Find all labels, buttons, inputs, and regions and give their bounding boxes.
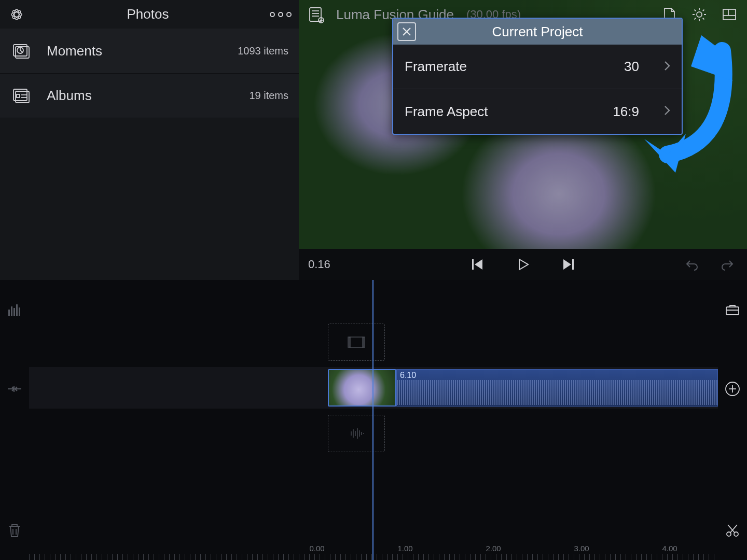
audio-placeholder-icon bbox=[328, 415, 385, 452]
moments-icon bbox=[10, 40, 32, 62]
svg-rect-25 bbox=[472, 259, 474, 270]
svg-point-37 bbox=[734, 532, 738, 536]
video-placeholder-icon bbox=[328, 324, 385, 361]
skip-forward-icon[interactable] bbox=[560, 256, 577, 273]
add-clip-icon[interactable] bbox=[722, 380, 743, 397]
video-clip[interactable] bbox=[328, 369, 396, 407]
svg-rect-30 bbox=[16, 304, 18, 316]
svg-rect-31 bbox=[19, 307, 20, 316]
svg-rect-22 bbox=[723, 9, 736, 20]
photos-app-icon[interactable] bbox=[7, 5, 26, 24]
video-track-empty[interactable] bbox=[29, 321, 718, 363]
svg-rect-28 bbox=[11, 306, 12, 316]
timeline-body[interactable]: 6.10 0.00 1.00 2.00 3.00 4.00 bbox=[29, 280, 718, 560]
sidebar-item-count: 19 items bbox=[249, 90, 288, 102]
redo-icon[interactable] bbox=[717, 254, 738, 275]
current-project-modal: Current Project Framerate 30 Frame Aspec… bbox=[392, 18, 683, 135]
undo-icon[interactable] bbox=[682, 254, 702, 275]
svg-line-8 bbox=[20, 50, 22, 52]
audio-clip[interactable]: 6.10 bbox=[396, 369, 718, 407]
modal-row-value: 30 bbox=[624, 59, 639, 75]
modal-header: Current Project bbox=[393, 19, 682, 45]
timecode-display: 0.16 bbox=[308, 258, 330, 271]
sidebar-item-albums[interactable]: Albums 19 items bbox=[0, 74, 299, 118]
svg-rect-26 bbox=[572, 259, 574, 270]
cut-icon[interactable] bbox=[722, 522, 743, 539]
svg-rect-14 bbox=[310, 8, 321, 21]
ruler-mark: 3.00 bbox=[574, 544, 589, 553]
modal-row-label: Frame Aspect bbox=[405, 104, 488, 120]
timeline: 6.10 0.00 1.00 2.00 3.00 4.00 bbox=[0, 280, 747, 560]
add-source-icon[interactable] bbox=[306, 4, 327, 25]
sidebar-item-count: 1093 items bbox=[238, 45, 288, 57]
timeline-tools-left bbox=[0, 280, 29, 560]
main-track[interactable]: 6.10 bbox=[29, 367, 718, 409]
insert-icon[interactable] bbox=[4, 380, 25, 397]
more-options-icon[interactable] bbox=[270, 12, 292, 17]
audio-track-empty[interactable] bbox=[29, 413, 718, 454]
chevron-right-icon bbox=[663, 60, 671, 74]
audio-levels-icon[interactable] bbox=[4, 301, 25, 318]
ruler-mark: 1.00 bbox=[397, 544, 412, 553]
ruler-mark: 0.00 bbox=[309, 544, 324, 553]
svg-rect-29 bbox=[13, 308, 15, 316]
close-icon[interactable] bbox=[397, 22, 416, 41]
ruler-mark: 4.00 bbox=[662, 544, 677, 553]
modal-row-frame-aspect[interactable]: Frame Aspect 16:9 bbox=[393, 89, 682, 134]
svg-point-21 bbox=[697, 12, 702, 17]
modal-row-value: 16:9 bbox=[613, 104, 639, 120]
chevron-right-icon bbox=[663, 104, 671, 119]
modal-row-framerate[interactable]: Framerate 30 bbox=[393, 45, 682, 89]
settings-icon[interactable] bbox=[689, 4, 710, 25]
clip-duration: 6.10 bbox=[400, 371, 416, 380]
source-panel-title: Photos bbox=[26, 6, 270, 22]
modal-title: Current Project bbox=[393, 24, 682, 40]
timeline-ruler[interactable]: 0.00 1.00 2.00 3.00 4.00 bbox=[29, 541, 718, 560]
sidebar-item-label: Moments bbox=[47, 43, 102, 59]
sidebar-item-label: Albums bbox=[47, 88, 92, 104]
waveform bbox=[397, 380, 717, 405]
ruler-mark: 2.00 bbox=[486, 544, 501, 553]
timeline-tools-right bbox=[718, 280, 747, 560]
playhead[interactable] bbox=[372, 280, 374, 560]
svg-rect-38 bbox=[349, 337, 364, 347]
layout-icon[interactable] bbox=[719, 4, 740, 25]
svg-point-36 bbox=[727, 532, 731, 536]
modal-row-label: Framerate bbox=[405, 59, 467, 75]
sidebar-item-moments[interactable]: Moments 1093 items bbox=[0, 29, 299, 74]
play-icon[interactable] bbox=[514, 256, 532, 273]
albums-icon bbox=[10, 85, 32, 107]
svg-rect-27 bbox=[8, 310, 10, 316]
transport-bar: 0.16 bbox=[299, 249, 747, 280]
svg-rect-32 bbox=[726, 307, 739, 315]
svg-rect-11 bbox=[17, 94, 20, 97]
trash-icon[interactable] bbox=[4, 522, 25, 539]
source-panel-header: Photos bbox=[0, 0, 299, 29]
toolbox-icon[interactable] bbox=[722, 301, 743, 318]
skip-back-icon[interactable] bbox=[468, 256, 486, 273]
